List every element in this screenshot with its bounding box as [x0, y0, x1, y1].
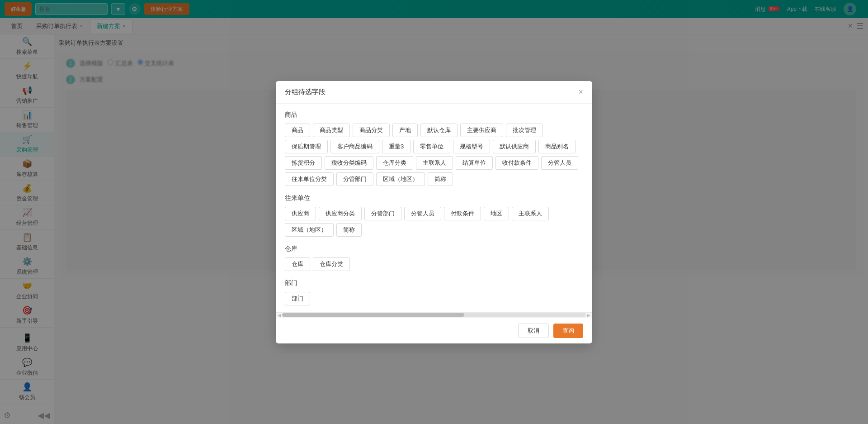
goods-field-tags: 商品 商品类型 商品分类 产地 默认仓库 主要供应商 批次管理 保质期管理 客户… — [285, 124, 583, 186]
field-tag[interactable]: 主联系人 — [416, 156, 453, 170]
field-tag[interactable]: 分管人员 — [404, 207, 441, 220]
field-tag[interactable]: 默认仓库 — [420, 124, 458, 137]
field-tag[interactable]: 分管部门 — [336, 172, 373, 186]
modal-header: 分组待选字段 × — [276, 81, 592, 104]
field-tag[interactable]: 付款条件 — [444, 207, 481, 220]
field-tag[interactable]: 简称 — [336, 223, 362, 237]
field-tag[interactable]: 仓库分类 — [313, 257, 350, 271]
field-tag[interactable]: 税收分类编码 — [325, 156, 373, 170]
field-tag[interactable]: 仓库分类 — [376, 156, 413, 170]
field-tag[interactable]: 供应商分类 — [319, 207, 362, 220]
field-tag[interactable]: 重量3 — [382, 140, 410, 153]
section-partner: 往来单位 供应商 供应商分类 分管部门 分管人员 付款条件 地区 主联系人 区域… — [285, 194, 583, 237]
field-tag[interactable]: 分管部门 — [364, 207, 401, 220]
field-tag[interactable]: 商品 — [285, 124, 310, 137]
field-tag[interactable]: 结算单位 — [456, 156, 493, 170]
modal-close-button[interactable]: × — [578, 87, 583, 97]
field-tag[interactable]: 往来单位分类 — [285, 172, 334, 186]
field-tag[interactable]: 规格型号 — [453, 140, 490, 153]
field-tag[interactable]: 商品别名 — [538, 140, 576, 153]
field-tag[interactable]: 主要供应商 — [460, 124, 503, 137]
field-tag[interactable]: 简称 — [428, 172, 453, 186]
field-tag[interactable]: 批次管理 — [506, 124, 543, 137]
field-select-modal: 分组待选字段 × 商品 商品 商品类型 商品分类 产地 默认仓库 主要供应商 批… — [276, 81, 592, 343]
cancel-button[interactable]: 取消 — [518, 324, 549, 338]
field-tag[interactable]: 客户商品编码 — [330, 140, 379, 153]
field-tag[interactable]: 区域（地区） — [376, 172, 425, 186]
field-tag[interactable]: 保质期管理 — [285, 140, 328, 153]
field-tag[interactable]: 产地 — [392, 124, 418, 137]
section-goods: 商品 商品 商品类型 商品分类 产地 默认仓库 主要供应商 批次管理 保质期管理… — [285, 111, 583, 186]
field-tag[interactable]: 商品类型 — [313, 124, 350, 137]
field-tag[interactable]: 收付款条件 — [495, 156, 538, 170]
field-tag[interactable]: 商品分类 — [353, 124, 390, 137]
section-partner-title: 往来单位 — [285, 194, 583, 202]
field-tag[interactable]: 默认供应商 — [493, 140, 536, 153]
warehouse-field-tags: 仓库 仓库分类 — [285, 257, 583, 271]
field-tag[interactable]: 区域（地区） — [285, 223, 334, 237]
modal-overlay: 分组待选字段 × 商品 商品 商品类型 商品分类 产地 默认仓库 主要供应商 批… — [0, 0, 868, 424]
field-tag[interactable]: 零售单位 — [413, 140, 450, 153]
field-tag[interactable]: 地区 — [484, 207, 509, 220]
hscroll-track — [282, 313, 586, 317]
field-tag[interactable]: 供应商 — [285, 207, 316, 220]
partner-field-tags: 供应商 供应商分类 分管部门 分管人员 付款条件 地区 主联系人 区域（地区） … — [285, 207, 583, 237]
modal-title: 分组待选字段 — [285, 88, 326, 96]
hscroll-right-arrow[interactable]: ▶ — [586, 313, 591, 318]
section-department-title: 部门 — [285, 279, 583, 287]
section-department: 部门 部门 — [285, 279, 583, 305]
section-warehouse: 仓库 仓库 仓库分类 — [285, 245, 583, 271]
field-tag[interactable]: 部门 — [285, 292, 310, 305]
hscroll-left-arrow[interactable]: ◀ — [277, 313, 282, 318]
field-tag[interactable]: 主联系人 — [512, 207, 549, 220]
modal-body: 商品 商品 商品类型 商品分类 产地 默认仓库 主要供应商 批次管理 保质期管理… — [276, 104, 592, 312]
section-goods-title: 商品 — [285, 111, 583, 119]
section-warehouse-title: 仓库 — [285, 245, 583, 253]
field-tag[interactable]: 仓库 — [285, 257, 310, 271]
field-tag[interactable]: 拣货积分 — [285, 156, 322, 170]
department-field-tags: 部门 — [285, 292, 583, 305]
confirm-button[interactable]: 查询 — [553, 324, 583, 338]
field-tag[interactable]: 分管人员 — [541, 156, 578, 170]
modal-horizontal-scrollbar[interactable]: ◀ ▶ — [276, 312, 592, 318]
hscroll-thumb[interactable] — [282, 313, 464, 317]
modal-footer: 取消 查询 — [276, 318, 592, 343]
